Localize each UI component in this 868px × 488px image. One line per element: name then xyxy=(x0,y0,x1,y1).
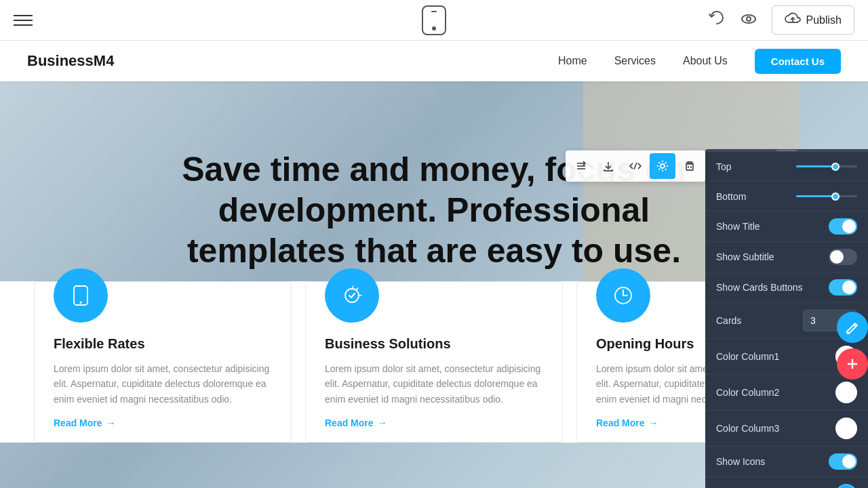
svg-rect-13 xyxy=(686,164,693,170)
svg-point-12 xyxy=(660,164,665,168)
cards-count-value: 3 xyxy=(810,315,816,326)
toolbar-right: Publish xyxy=(707,5,854,35)
card-2: Business Solutions Lorem ipsum dolor sit… xyxy=(305,281,563,443)
trash-tool-button[interactable] xyxy=(677,153,703,179)
cloud-upload-icon xyxy=(785,12,801,28)
publish-button[interactable]: Publish xyxy=(772,5,854,35)
website-preview: BusinessM4 Home Services About Us Contac… xyxy=(0,41,868,488)
download-tool-button[interactable] xyxy=(595,153,621,179)
hero-text-container: Save time and money, focus ondevelopment… xyxy=(105,108,763,271)
side-actions xyxy=(837,312,868,380)
mobile-preview-button[interactable] xyxy=(422,5,446,35)
color-column1-label: Color Column1 xyxy=(716,351,779,362)
arrow-right-icon-3: → xyxy=(649,418,658,428)
arrow-right-icon-2: → xyxy=(378,418,387,428)
settings-color-col3-row: Color Column3 xyxy=(705,411,868,447)
nav-logo: BusinessM4 xyxy=(27,52,114,70)
hamburger-menu-icon[interactable] xyxy=(14,15,33,26)
nav-link-home[interactable]: Home xyxy=(558,55,587,67)
show-subtitle-label: Show Subtitle xyxy=(716,251,774,262)
show-icons-label: Show Icons xyxy=(716,456,765,467)
card-3-icon-circle xyxy=(596,268,650,323)
section-toolbar xyxy=(566,150,705,182)
show-title-toggle[interactable] xyxy=(829,218,857,235)
add-action-button[interactable] xyxy=(837,348,868,380)
svg-line-16 xyxy=(854,325,856,327)
edit-action-button[interactable] xyxy=(837,312,868,343)
code-tool-button[interactable] xyxy=(623,153,648,179)
show-subtitle-toggle[interactable] xyxy=(829,249,857,265)
color-column2-label: Color Column2 xyxy=(716,387,779,398)
card-2-text: Lorem ipsum dolor sit amet, consectetur … xyxy=(325,361,543,407)
top-label: Top xyxy=(716,161,732,172)
bottom-slider[interactable] xyxy=(796,195,857,197)
top-slider[interactable] xyxy=(796,165,857,167)
svg-point-0 xyxy=(742,15,755,23)
nav-link-about[interactable]: About Us xyxy=(683,55,728,67)
svg-point-4 xyxy=(345,289,359,302)
settings-bottom-row: Bottom xyxy=(705,182,868,211)
card-1-title: Flexible Rates xyxy=(54,336,272,352)
toolbar-center xyxy=(422,5,446,35)
preview-eye-icon[interactable] xyxy=(738,9,760,31)
settings-top-row: Top xyxy=(705,152,868,182)
publish-label: Publish xyxy=(806,14,842,26)
card-2-icon-circle xyxy=(325,268,379,323)
card-1-text: Lorem ipsum dolor sit amet, consectetur … xyxy=(54,361,272,407)
svg-line-11 xyxy=(634,163,637,169)
cards-label: Cards xyxy=(716,315,741,326)
show-title-label: Show Title xyxy=(716,221,760,232)
show-cards-buttons-toggle[interactable] xyxy=(829,279,857,296)
card-1: Flexible Rates Lorem ipsum dolor sit ame… xyxy=(34,281,292,443)
settings-show-title-row: Show Title xyxy=(705,211,868,242)
toolbar-left xyxy=(14,15,33,26)
color-column3-label: Color Column3 xyxy=(716,423,779,434)
settings-show-subtitle-row: Show Subtitle xyxy=(705,242,868,272)
color-column3-swatch[interactable] xyxy=(835,418,857,439)
card-2-link[interactable]: Read More → xyxy=(325,418,543,428)
preview-navbar: BusinessM4 Home Services About Us Contac… xyxy=(0,41,868,81)
bottom-label: Bottom xyxy=(716,191,746,202)
icon-bg-swatch[interactable] xyxy=(835,484,857,488)
arrow-right-icon: → xyxy=(106,418,116,428)
main-toolbar: Publish xyxy=(0,0,868,41)
undo-icon[interactable] xyxy=(707,9,726,31)
settings-color-col2-row: Color Column2 xyxy=(705,375,868,411)
settings-show-cards-buttons-row: Show Cards Buttons xyxy=(705,272,868,303)
nav-links: Home Services About Us Contact Us xyxy=(558,49,841,74)
nav-link-services[interactable]: Services xyxy=(614,55,656,67)
color-column2-swatch[interactable] xyxy=(835,382,857,403)
card-1-link[interactable]: Read More → xyxy=(54,418,272,428)
sort-tool-button[interactable] xyxy=(568,153,594,179)
show-icons-toggle[interactable] xyxy=(829,453,857,470)
card-1-icon-circle xyxy=(54,268,108,323)
gear-tool-button[interactable] xyxy=(650,153,675,179)
settings-show-icons-row: Show Icons xyxy=(705,447,868,477)
show-cards-buttons-label: Show Cards Buttons xyxy=(716,282,803,293)
svg-point-1 xyxy=(747,17,751,21)
settings-icon-bg-row: Icon Bg xyxy=(705,477,868,488)
card-2-title: Business Solutions xyxy=(325,336,543,352)
nav-contact-button[interactable]: Contact Us xyxy=(755,49,841,74)
